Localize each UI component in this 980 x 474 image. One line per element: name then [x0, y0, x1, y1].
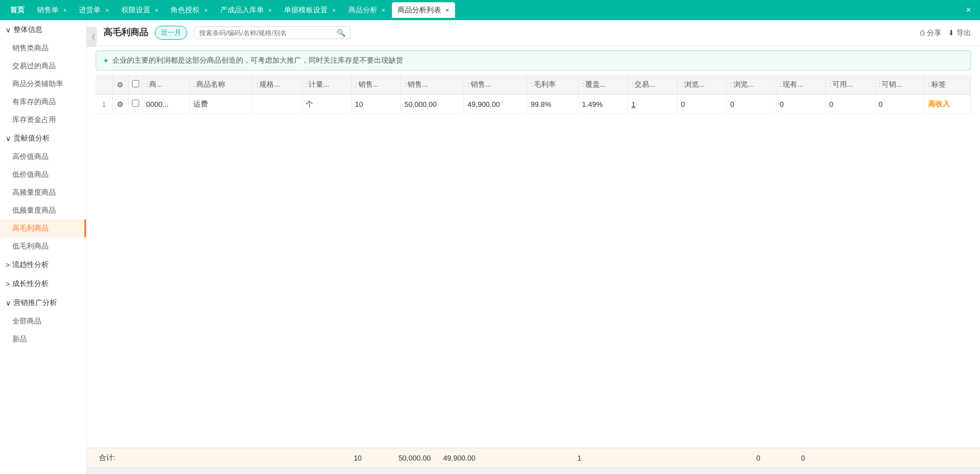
close-tab-icon-permission-settings[interactable]: ×	[155, 7, 158, 13]
col-header-unit[interactable]: 计量...	[302, 75, 351, 95]
sidebar-item-low-freq-goods[interactable]: 低频量度商品	[0, 201, 86, 219]
nav-tab-role-permission[interactable]: 角色授权×	[165, 2, 213, 18]
sidebar-group-trend-analysis[interactable]: >流趋性分析	[0, 255, 86, 274]
main-layout: ∨整体信息销售类商品交易过的商品商品分类辅助率有库存的商品库存资金占用∨贡献值分…	[0, 20, 980, 474]
nav-tab-sales-order[interactable]: 销售单×	[31, 2, 72, 18]
share-icon: ⎙	[920, 29, 925, 37]
row-current-stock: 0	[776, 95, 825, 114]
close-tab-icon-role-permission[interactable]: ×	[204, 7, 207, 13]
row-browse2: 0	[727, 95, 776, 114]
table-container: ⚙商...商品名称规格...计量...销售...销售...销售...毛利率覆盖.…	[87, 75, 980, 448]
search-icon[interactable]: 🔍	[337, 29, 345, 37]
nav-tab-product-analysis[interactable]: 商品分析×	[343, 2, 391, 18]
share-button[interactable]: ⎙ 分享	[920, 28, 941, 38]
nav-tab-purchase-order[interactable]: 进货单×	[73, 2, 114, 18]
sidebar-item-high-freq-goods[interactable]: 高频量度商品	[0, 184, 86, 201]
footer-label: 合计:	[99, 453, 116, 463]
col-header-spec[interactable]: 规格...	[253, 75, 302, 95]
close-tab-icon-sales-order[interactable]: ×	[63, 7, 67, 13]
col-header-current-stock[interactable]: 现有...	[776, 75, 825, 95]
row-coverage: 1.49%	[579, 95, 628, 114]
footer-cell-0	[127, 454, 172, 462]
nav-tab-product-analysis-list[interactable]: 商品分析列表×	[392, 2, 455, 18]
scrollbar[interactable]	[87, 467, 980, 474]
content-header: 高毛利商品 近一月 🔍 ⎙ 分享 ⬇ 导出	[87, 20, 980, 46]
sidebar-item-all-goods[interactable]: 全部商品	[0, 312, 86, 330]
data-table: ⚙商...商品名称规格...计量...销售...销售...销售...毛利率覆盖.…	[96, 75, 971, 114]
nav-tab-product-warehouse[interactable]: 产成品入库单×	[215, 2, 277, 18]
info-banner: ✦ 企业的主要的利润都是这部分商品创造的，可考虑加大推广，同时关注库存是不要出现…	[96, 50, 971, 71]
info-icon: ✦	[103, 57, 109, 65]
col-header-name[interactable]: 商品名称	[190, 75, 253, 95]
footer-cell-3	[261, 454, 306, 462]
row-select-checkbox[interactable]	[132, 100, 139, 107]
sidebar-group-wealth-analysis[interactable]: ∨贡献值分析	[0, 129, 86, 148]
sidebar-item-high-value-goods[interactable]: 高价值商品	[0, 148, 86, 166]
col-header-code[interactable]: 商...	[143, 75, 190, 95]
col-header-tag[interactable]: 标签	[924, 75, 970, 95]
row-settings[interactable]: ⚙	[112, 95, 128, 114]
group-arrow-icon: ∨	[6, 299, 11, 307]
col-num	[96, 75, 112, 95]
close-tab-icon-purchase-order[interactable]: ×	[105, 7, 108, 13]
sidebar-collapse-button[interactable]: 《	[87, 27, 97, 47]
filter-button[interactable]: 近一月	[155, 26, 187, 40]
row-checkbox[interactable]	[128, 95, 143, 114]
select-all-checkbox[interactable]	[132, 80, 139, 87]
table-row: 1⚙0000...运费个1050,000.0049,900.0099.8%1.4…	[96, 95, 971, 114]
col-header-transaction[interactable]: 交易...	[628, 75, 677, 95]
col-header-coverage[interactable]: 覆盖...	[579, 75, 628, 95]
header-actions: ⎙ 分享 ⬇ 导出	[920, 28, 971, 38]
footer-cell-5: 10	[351, 454, 395, 462]
sidebar-item-low-value-goods[interactable]: 低价值商品	[0, 166, 86, 184]
nav-tab-home[interactable]: 首页	[4, 2, 30, 18]
close-tab-icon-product-analysis[interactable]: ×	[382, 7, 385, 13]
row-browse1: 0	[677, 95, 726, 114]
close-tab-icon-template-settings[interactable]: ×	[332, 7, 335, 13]
sidebar-group-growth-analysis[interactable]: >成长性分析	[0, 274, 86, 293]
row-gross-rate: 99.8%	[527, 95, 579, 114]
page-title: 高毛利商品	[103, 27, 148, 39]
footer-cell-7: 49,900.00	[440, 454, 485, 462]
col-header-available[interactable]: 可用...	[826, 75, 875, 95]
sidebar-item-inventory-capital[interactable]: 库存资金占用	[0, 111, 86, 129]
row-tag: 高收入	[924, 95, 970, 114]
row-unit: 个	[302, 95, 351, 114]
sidebar-item-high-margin-goods[interactable]: 高毛利商品	[0, 219, 86, 237]
sidebar-item-traded-goods[interactable]: 交易过的商品	[0, 57, 86, 75]
col-header-sales-qty[interactable]: 销售...	[352, 75, 401, 95]
sidebar-item-new-goods[interactable]: 新品	[0, 330, 86, 348]
sidebar-item-low-margin-goods[interactable]: 低毛利商品	[0, 237, 86, 255]
close-window-button[interactable]: ×	[962, 5, 976, 15]
footer-cell-4	[306, 454, 351, 462]
footer-cell-2	[216, 454, 261, 462]
col-header-saleable[interactable]: 可销...	[875, 75, 924, 95]
close-tab-icon-product-warehouse[interactable]: ×	[268, 7, 272, 13]
sidebar-group-marketing-analysis[interactable]: ∨营销推广分析	[0, 293, 86, 312]
col-header-browse2[interactable]: 浏览...	[727, 75, 776, 95]
footer-cell-6: 50,000.00	[395, 454, 440, 462]
nav-tab-template-settings[interactable]: 单据模板设置×	[278, 2, 341, 18]
row-name: 运费	[190, 95, 253, 114]
col-header-sales-amount[interactable]: 销售...	[401, 75, 464, 95]
footer-cell-15: 0	[798, 454, 842, 462]
footer-cell-13	[708, 454, 753, 462]
sidebar-item-sales-goods[interactable]: 销售类商品	[0, 39, 86, 57]
close-tab-icon-product-analysis-list[interactable]: ×	[446, 7, 449, 13]
col-header-sales-cost[interactable]: 销售...	[464, 75, 527, 95]
nav-tab-permission-settings[interactable]: 权限设置×	[116, 2, 164, 18]
sidebar-item-goods-assist-rate[interactable]: 商品分类辅助率	[0, 75, 86, 93]
row-saleable: 0	[875, 95, 924, 114]
col-header-browse1[interactable]: 浏览...	[677, 75, 726, 95]
search-input[interactable]	[199, 29, 334, 37]
sidebar-item-in-stock-goods[interactable]: 有库存的商品	[0, 93, 86, 111]
footer-cells: 1050,000.0049,900.00100	[127, 454, 968, 462]
col-header-gross-rate[interactable]: 毛利率	[527, 75, 579, 95]
top-nav: 首页销售单×进货单×权限设置×角色授权×产成品入库单×单据模板设置×商品分析×商…	[0, 0, 980, 20]
group-arrow-icon: >	[6, 261, 10, 269]
footer-cell-11	[619, 454, 664, 462]
sidebar: ∨整体信息销售类商品交易过的商品商品分类辅助率有库存的商品库存资金占用∨贡献值分…	[0, 20, 87, 474]
footer-cell-10: 1	[574, 454, 619, 462]
sidebar-group-overall-info[interactable]: ∨整体信息	[0, 20, 86, 39]
export-button[interactable]: ⬇ 导出	[948, 28, 971, 38]
